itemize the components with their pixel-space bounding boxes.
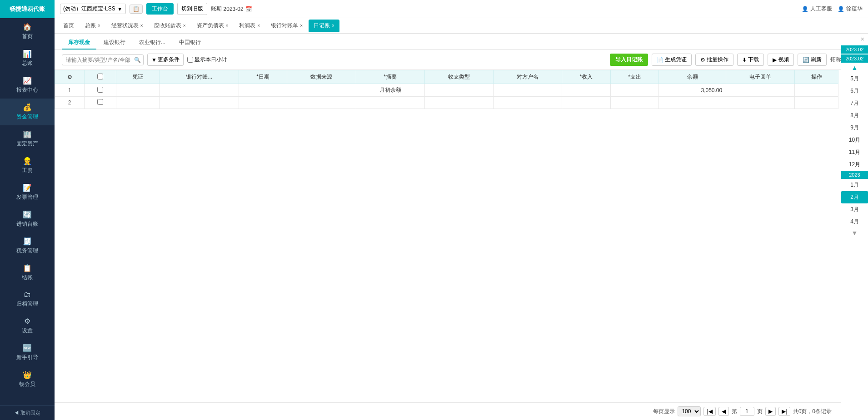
tab-close-icon[interactable]: × (300, 23, 303, 28)
sidebar-item-guide[interactable]: 🆕 新手引导 (0, 339, 55, 366)
tab-label: 利润表 (239, 22, 255, 30)
sidebar-item-member[interactable]: 👑 畅会员 (0, 366, 55, 393)
cell-counterpart (494, 97, 562, 109)
cell-checkbox[interactable] (85, 84, 116, 97)
month-item-12[interactable]: 12月 (841, 158, 868, 171)
month-item-6[interactable]: 6月 (841, 85, 868, 97)
sidebar-collapse-btn[interactable]: ◀ 取消固定 (0, 405, 55, 420)
sidebar-item-reports[interactable]: 📈 报表中心 (0, 72, 55, 99)
tab-journal[interactable]: 日记账 × (309, 20, 339, 32)
tab-close-icon[interactable]: × (226, 23, 229, 28)
sub-tabs: 库存现金 建设银行 农业银行... 中国银行 (55, 34, 868, 50)
tab-profit[interactable]: 利润表 × (234, 20, 265, 32)
tab-close-icon[interactable]: × (332, 23, 334, 28)
scroll-down-arrow[interactable]: ▼ (841, 228, 868, 238)
prev-page-button[interactable]: ◀ (718, 407, 729, 416)
finance-icon: 💰 (23, 103, 32, 112)
cell-income (562, 84, 610, 97)
sidebar-item-label: 归档管理 (16, 300, 38, 308)
video-label: 视频 (778, 56, 789, 64)
month-item-9[interactable]: 9月 (841, 122, 868, 134)
import-journal-button[interactable]: 导入日记账 (610, 54, 648, 66)
batch-op-button[interactable]: ⚙ 批量操作 (695, 54, 733, 66)
next-page-button[interactable]: ▶ (765, 407, 776, 416)
sidebar-item-tax[interactable]: 🧾 税务管理 (0, 232, 55, 259)
copy-button[interactable]: 📋 (130, 5, 143, 14)
sub-tab-abc[interactable]: 农业银行... (133, 36, 172, 49)
sidebar-item-archive[interactable]: 🗂 归档管理 (0, 286, 55, 312)
month-item-3[interactable]: 3月 (841, 203, 868, 216)
tab-label: 经营状况表 (111, 22, 139, 30)
download-button[interactable]: ⬇ 下载 (737, 54, 764, 66)
page-number-input[interactable] (740, 407, 754, 416)
tab-ledger[interactable]: 总账 × (80, 20, 105, 32)
member-icon: 👑 (23, 371, 32, 379)
month-item-8[interactable]: 8月 (841, 109, 868, 122)
last-page-button[interactable]: ▶| (778, 407, 790, 416)
user-info[interactable]: 👤 徐蕴华 (838, 5, 863, 13)
first-page-button[interactable]: |◀ (703, 407, 715, 416)
filter-label: 更多条件 (158, 56, 180, 64)
search-icon[interactable]: 🔍 (134, 57, 141, 63)
cell-expense (610, 97, 658, 109)
sub-tab-boc[interactable]: 中国银行 (173, 36, 207, 49)
scroll-up-arrow[interactable]: ▲ (841, 63, 868, 73)
tab-close-icon[interactable]: × (257, 23, 260, 28)
workspace-button[interactable]: 工作台 (146, 3, 174, 15)
tab-bank-statement[interactable]: 银行对账单 × (266, 20, 308, 32)
month-item-10[interactable]: 10月 (841, 134, 868, 146)
sidebar-item-settings[interactable]: ⚙ 设置 (0, 312, 55, 339)
daily-subtotal-checkbox[interactable]: 显示本日小计 (187, 56, 227, 64)
sidebar-item-assets[interactable]: 🏢 固定资产 (0, 125, 55, 152)
tab-close-icon[interactable]: × (140, 23, 143, 28)
sub-tab-cash[interactable]: 库存现金 (62, 36, 96, 49)
select-all-checkbox[interactable] (97, 74, 103, 79)
old-version-button[interactable]: 切到旧版 (177, 3, 207, 15)
tab-balance-sheet[interactable]: 资产负债表 × (192, 20, 234, 32)
video-icon: ▶ (773, 57, 777, 63)
tab-close-icon[interactable]: × (183, 23, 186, 28)
toolbar: 🔍 ▼ 更多条件 显示本日小计 导入日记账 📄 生成凭证 ⚙ 批量操作 (55, 50, 868, 70)
app-logo: 畅捷通易代账 (0, 0, 55, 18)
month-item-1[interactable]: 1月 (841, 179, 868, 191)
sub-tab-ccb[interactable]: 建设银行 (97, 36, 132, 49)
tab-receivable-aging[interactable]: 应收账龄表 × (149, 20, 191, 32)
cell-type (424, 84, 493, 97)
tab-management-report[interactable]: 经营状况表 × (106, 20, 148, 32)
total-info: 共0页，0条记录 (793, 408, 832, 415)
sidebar-item-salary[interactable]: 👷 工资 (0, 152, 55, 179)
dropdown-icon: ▼ (117, 6, 123, 12)
month-item-7[interactable]: 7月 (841, 97, 868, 109)
sidebar-item-home[interactable]: 🏠 首页 (0, 18, 55, 45)
filter-icon: ▼ (151, 57, 157, 63)
filter-button[interactable]: ▼ 更多条件 (147, 54, 184, 66)
main-area: (勿动）江西顾宝-LSS ▼ 📋 工作台 切到旧版 账期 2023-02 📅 👤… (55, 0, 868, 420)
daily-checkbox-input[interactable] (187, 57, 193, 63)
month-item-4[interactable]: 4月 (841, 216, 868, 228)
user-avatar: 👤 (838, 6, 844, 12)
search-input[interactable] (62, 54, 144, 65)
tab-close-icon[interactable]: × (98, 23, 100, 28)
home-icon: 🏠 (23, 23, 32, 31)
video-button[interactable]: ▶ 视频 (768, 54, 794, 66)
customer-service[interactable]: 👤 人工客服 (802, 5, 832, 13)
month-item-5[interactable]: 5月 (841, 73, 868, 85)
cell-checkbox[interactable] (85, 97, 116, 109)
generate-voucher-button[interactable]: 📄 生成凭证 (652, 54, 692, 66)
cell-date (239, 97, 287, 109)
sidebar-item-finance[interactable]: 💰 资金管理 (0, 99, 55, 125)
sidebar-item-close[interactable]: 📋 结账 (0, 259, 55, 286)
company-selector[interactable]: (勿动）江西顾宝-LSS ▼ (60, 4, 126, 14)
calendar-icon[interactable]: 📅 (245, 6, 252, 12)
month-item-11[interactable]: 11月 (841, 146, 868, 158)
close-calendar-button[interactable]: × (841, 34, 868, 44)
col-checkbox[interactable] (85, 70, 116, 84)
month-item-2-active[interactable]: 2月 (841, 191, 868, 203)
sidebar-item-invoice[interactable]: 📝 发票管理 (0, 179, 55, 206)
sidebar-item-sales[interactable]: 🔄 进销台账 (0, 206, 55, 232)
col-settings[interactable]: ⚙ (55, 70, 85, 84)
sidebar-item-ledger[interactable]: 📊 总账 (0, 45, 55, 72)
page-size-select[interactable]: 100 50 200 (678, 406, 701, 416)
tab-home[interactable]: 首页 (58, 20, 79, 32)
refresh-button[interactable]: 🔄 刷新 (798, 54, 827, 66)
